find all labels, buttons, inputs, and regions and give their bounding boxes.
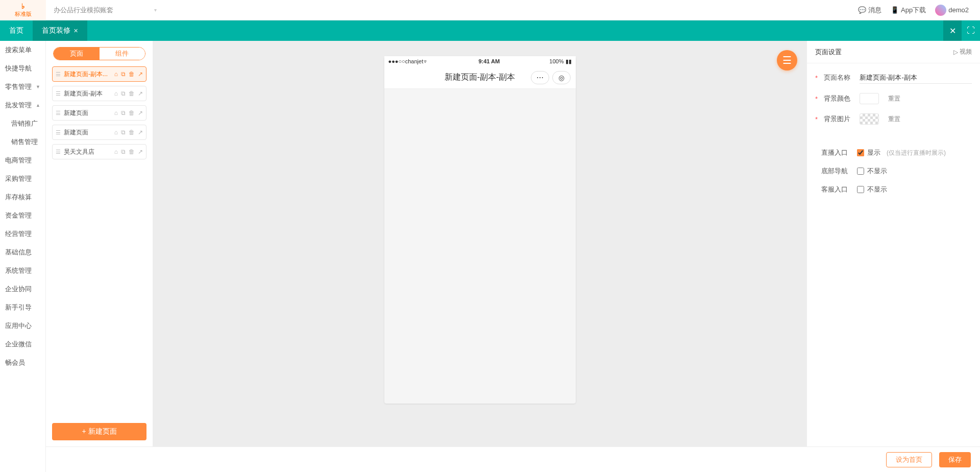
nav-finance[interactable]: 资金管理 (0, 206, 45, 225)
copy-icon[interactable]: ⧉ (121, 70, 126, 78)
share-icon[interactable]: ↗ (138, 129, 143, 136)
toggle-panel-button[interactable]: ☰ (777, 50, 797, 70)
home-icon[interactable]: ⌂ (114, 109, 118, 116)
username-label: demo2 (948, 6, 969, 14)
nav-wechat[interactable]: 企业微信 (0, 335, 45, 353)
nav-member[interactable]: 畅会员 (0, 353, 45, 372)
new-page-button[interactable]: + 新建页面 (52, 423, 146, 440)
drag-icon[interactable]: ☰ (56, 129, 61, 136)
nav-appcenter[interactable]: 应用中心 (0, 317, 45, 335)
status-bar: ●●●○○ chanjet ᯤ 9:41 AM 100% ▮▮ (384, 56, 576, 66)
page-item[interactable]: ☰ 新建页面 ⌂ ⧉ 🗑 ↗ (52, 125, 146, 140)
chevron-down-icon: ▾ (154, 7, 157, 13)
nav-sales[interactable]: 销售管理 (0, 133, 45, 151)
label-live: 直播入口 (821, 148, 851, 157)
copy-icon[interactable]: ⧉ (121, 109, 126, 116)
nav-system[interactable]: 系统管理 (0, 262, 45, 280)
menu-icon: ☰ (782, 54, 792, 66)
nav-operation[interactable]: 经营管理 (0, 225, 45, 243)
time-label: 9:41 AM (429, 58, 549, 64)
checkbox-input[interactable] (857, 168, 864, 175)
live-hint: (仅当进行直播时展示) (887, 149, 946, 157)
nav-marketing[interactable]: 营销推广 (0, 114, 45, 133)
delete-icon[interactable]: 🗑 (129, 90, 135, 97)
row-bottom-nav: 底部导航 不显示 (815, 167, 972, 176)
app-download-button[interactable]: 📱 App下载 (891, 6, 926, 15)
label-bg-image: 背景图片 (824, 114, 853, 124)
bg-color-swatch[interactable] (860, 93, 879, 104)
miniapp-menu-button[interactable]: ⋯ (531, 71, 549, 84)
account-selector[interactable]: 办公品行业模拟账套 ▾ (54, 6, 157, 15)
video-label: 视频 (960, 48, 972, 56)
brand-logo[interactable]: ♭ 标准版 (0, 0, 46, 20)
page-name-input[interactable] (860, 72, 972, 84)
bottom-nav-checkbox[interactable]: 不显示 (857, 167, 887, 176)
row-bg-image: * 背景图片 重置 (815, 113, 972, 125)
delete-icon[interactable]: 🗑 (129, 129, 135, 136)
required-mark: * (815, 115, 818, 123)
service-checkbox[interactable]: 不显示 (857, 185, 887, 194)
live-show-checkbox[interactable]: 显示 (857, 148, 880, 157)
drag-icon[interactable]: ☰ (56, 90, 61, 97)
nav-wholesale[interactable]: 批发管理▲ (0, 96, 45, 114)
nav-ecommerce[interactable]: 电商管理 (0, 151, 45, 170)
delete-icon[interactable]: 🗑 (129, 70, 135, 78)
nav-retail[interactable]: 零售管理▼ (0, 78, 45, 96)
checkbox-input[interactable] (857, 186, 864, 193)
video-help-button[interactable]: ▷ 视频 (953, 48, 972, 56)
share-icon[interactable]: ↗ (138, 90, 143, 97)
tab-page-decor[interactable]: 首页装修 ✕ (33, 20, 87, 41)
tab-close-all[interactable]: ✕ (943, 20, 962, 41)
page-item[interactable]: ☰ 新建页面-副本 ⌂ ⧉ 🗑 ↗ (52, 86, 146, 101)
nav-basic[interactable]: 基础信息 (0, 243, 45, 262)
nav-search[interactable]: 搜索菜单 (0, 41, 45, 59)
nav-quick[interactable]: 快捷导航 (0, 59, 45, 78)
checkbox-input[interactable] (857, 149, 864, 156)
home-icon[interactable]: ⌂ (114, 70, 118, 78)
dots-icon: ⋯ (536, 74, 544, 82)
top-header: ♭ 标准版 办公品行业模拟账套 ▾ 💬 消息 📱 App下载 demo2 (0, 0, 980, 20)
seg-component[interactable]: 组件 (100, 48, 145, 60)
save-button[interactable]: 保存 (939, 452, 971, 467)
seg-page[interactable]: 页面 (54, 48, 100, 60)
copy-icon[interactable]: ⧉ (121, 90, 126, 97)
delete-icon[interactable]: 🗑 (129, 109, 135, 116)
home-icon[interactable]: ⌂ (114, 148, 118, 155)
copy-icon[interactable]: ⧉ (121, 129, 126, 136)
page-item[interactable]: ☰ 新建页面 ⌂ ⧉ 🗑 ↗ (52, 105, 146, 121)
reset-bg-color[interactable]: 重置 (888, 95, 900, 103)
reset-bg-image[interactable]: 重置 (888, 115, 900, 124)
row-bg-color: * 背景颜色 重置 (815, 93, 972, 104)
row-service-entry: 客服入口 不显示 (815, 185, 972, 194)
miniapp-close-button[interactable]: ◎ (552, 71, 571, 84)
close-icon[interactable]: ✕ (74, 28, 78, 34)
no-show-label: 不显示 (867, 185, 887, 194)
messages-button[interactable]: 💬 消息 (858, 6, 881, 15)
user-menu[interactable]: demo2 (935, 5, 969, 16)
fullscreen-button[interactable]: ⛶ (962, 20, 980, 41)
nav-purchase[interactable]: 采购管理 (0, 170, 45, 188)
drag-icon[interactable]: ☰ (56, 110, 61, 116)
brand-edition: 标准版 (15, 10, 32, 18)
nav-collab[interactable]: 企业协同 (0, 280, 45, 298)
delete-icon[interactable]: 🗑 (129, 148, 135, 155)
nav-inventory[interactable]: 库存核算 (0, 188, 45, 206)
share-icon[interactable]: ↗ (138, 148, 143, 155)
row-page-name: * 页面名称 (815, 72, 972, 84)
home-icon[interactable]: ⌂ (114, 90, 118, 97)
page-item[interactable]: ☰ 昊天文具店 ⌂ ⧉ 🗑 ↗ (52, 144, 146, 159)
footer-bar: 设为首页 保存 (46, 446, 980, 472)
share-icon[interactable]: ↗ (138, 109, 143, 116)
copy-icon[interactable]: ⧉ (121, 148, 126, 155)
tab-home[interactable]: 首页 (0, 20, 33, 41)
bg-image-picker[interactable] (860, 113, 879, 125)
page-name: 新建页面-副本 (64, 89, 111, 98)
nav-guide[interactable]: 新手引导 (0, 298, 45, 317)
drag-icon[interactable]: ☰ (56, 149, 61, 155)
page-item[interactable]: ☰ 新建页面-副本... ⌂ ⧉ 🗑 ↗ (52, 66, 146, 82)
share-icon[interactable]: ↗ (138, 70, 143, 78)
signal-icon: ●●●○○ (388, 58, 405, 64)
drag-icon[interactable]: ☰ (56, 71, 61, 78)
set-home-button[interactable]: 设为首页 (886, 452, 932, 467)
home-icon[interactable]: ⌂ (114, 129, 118, 136)
